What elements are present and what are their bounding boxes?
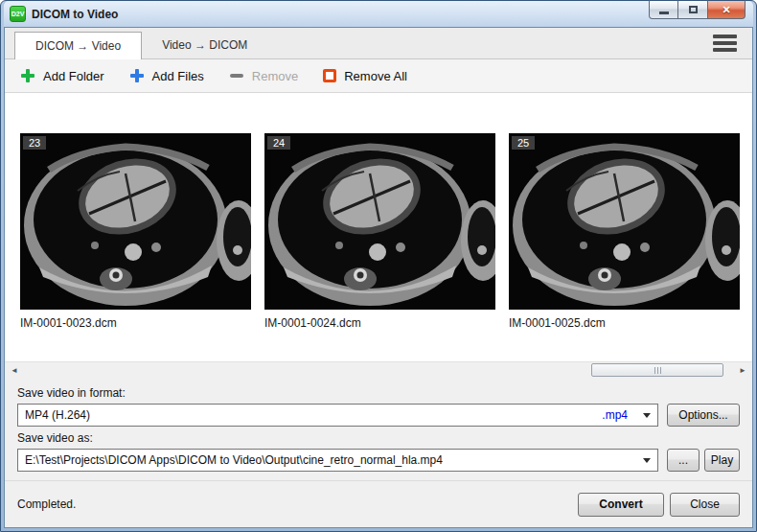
remove-button[interactable]: Remove bbox=[229, 68, 298, 83]
dropdown-arrow-icon[interactable] bbox=[643, 458, 651, 467]
frame-number-badge: 24 bbox=[267, 136, 290, 150]
maximize-button[interactable] bbox=[678, 0, 708, 19]
list-item[interactable]: 25 IM-0001-0025.dcm bbox=[509, 133, 740, 330]
scroll-left-arrow-icon[interactable]: ◄ bbox=[7, 362, 22, 378]
save-controls-panel: Save video in format: MP4 (H.264) .mp4 O… bbox=[5, 378, 752, 480]
save-path-value: E:\Test\Projects\DICOM Apps\DICOM to Vid… bbox=[25, 453, 643, 467]
status-message: Completed. bbox=[17, 497, 76, 511]
browse-button[interactable]: ... bbox=[667, 449, 700, 472]
list-item[interactable]: 23 IM-0001-0023.dcm bbox=[20, 133, 251, 330]
thumbnail-filename: IM-0001-0023.dcm bbox=[20, 316, 251, 330]
app-icon: D2V bbox=[10, 6, 26, 22]
format-extension: .mp4 bbox=[602, 408, 628, 422]
tab-video-to-dicom[interactable]: Video → DICOM bbox=[142, 32, 267, 58]
remove-all-square-icon bbox=[323, 69, 336, 82]
list-item[interactable]: 24 IM-0001-0024.dcm bbox=[264, 133, 495, 330]
frame-number-badge: 23 bbox=[23, 136, 46, 150]
options-button[interactable]: Options... bbox=[667, 404, 740, 427]
remove-all-label: Remove All bbox=[344, 69, 407, 83]
frame-number-badge: 25 bbox=[512, 136, 535, 150]
maximize-icon bbox=[689, 6, 698, 13]
format-combobox[interactable]: MP4 (H.264) .mp4 bbox=[17, 404, 658, 427]
remove-dash-icon bbox=[229, 68, 244, 83]
thumbnails-row: 23 IM-0001-0023.dcm 24 IM-0001-0024.dcm … bbox=[5, 93, 752, 330]
window-controls: ✕ bbox=[649, 0, 746, 19]
add-files-button[interactable]: Add Files bbox=[129, 68, 204, 83]
save-as-label: Save video as: bbox=[17, 431, 740, 445]
client-area: DICOM → Video Video → DICOM Add Folder bbox=[4, 27, 753, 528]
format-label: Save video in format: bbox=[17, 386, 740, 400]
app-window: D2V DICOM to Video ✕ DICOM → Video Video… bbox=[0, 0, 757, 532]
mri-thumbnail-image[interactable]: 25 bbox=[509, 133, 740, 310]
add-files-label: Add Files bbox=[152, 69, 204, 83]
toolbar: Add Folder Add Files Remove Remove All bbox=[5, 59, 752, 93]
remove-label: Remove bbox=[252, 69, 298, 83]
remove-all-button[interactable]: Remove All bbox=[323, 69, 407, 83]
scroll-right-arrow-icon[interactable]: ► bbox=[735, 362, 750, 378]
add-files-plus-icon bbox=[129, 68, 145, 83]
save-path-combobox[interactable]: E:\Test\Projects\DICOM Apps\DICOM to Vid… bbox=[17, 449, 658, 472]
mri-thumbnail-image[interactable]: 24 bbox=[264, 133, 495, 310]
mri-thumbnail-image[interactable]: 23 bbox=[20, 133, 251, 310]
tab-bar: DICOM → Video Video → DICOM bbox=[5, 28, 752, 59]
format-value: MP4 (H.264) bbox=[25, 408, 602, 422]
hamburger-menu-icon[interactable] bbox=[713, 35, 737, 52]
scrollbar-thumb[interactable] bbox=[591, 363, 723, 377]
add-folder-label: Add Folder bbox=[43, 69, 104, 83]
dicom-file-list[interactable]: 23 IM-0001-0023.dcm 24 IM-0001-0024.dcm … bbox=[5, 93, 752, 361]
add-folder-button[interactable]: Add Folder bbox=[20, 68, 104, 83]
minimize-icon bbox=[659, 12, 669, 14]
play-button[interactable]: Play bbox=[704, 449, 740, 472]
status-bar: Completed. Convert Close bbox=[5, 480, 752, 527]
horizontal-scrollbar[interactable]: ◄ ► bbox=[5, 361, 752, 378]
dropdown-arrow-icon[interactable] bbox=[643, 413, 651, 422]
window-title: DICOM to Video bbox=[32, 8, 118, 21]
add-folder-plus-icon bbox=[20, 68, 35, 83]
convert-button[interactable]: Convert bbox=[578, 493, 664, 517]
tab-dicom-to-video[interactable]: DICOM → Video bbox=[14, 32, 142, 59]
minimize-button[interactable] bbox=[649, 0, 678, 19]
close-icon: ✕ bbox=[722, 4, 730, 16]
close-button[interactable]: Close bbox=[670, 493, 740, 517]
close-window-button[interactable]: ✕ bbox=[708, 0, 746, 19]
thumbnail-filename: IM-0001-0024.dcm bbox=[264, 316, 495, 330]
title-bar: D2V DICOM to Video ✕ bbox=[4, 1, 753, 27]
thumbnail-filename: IM-0001-0025.dcm bbox=[509, 316, 740, 330]
